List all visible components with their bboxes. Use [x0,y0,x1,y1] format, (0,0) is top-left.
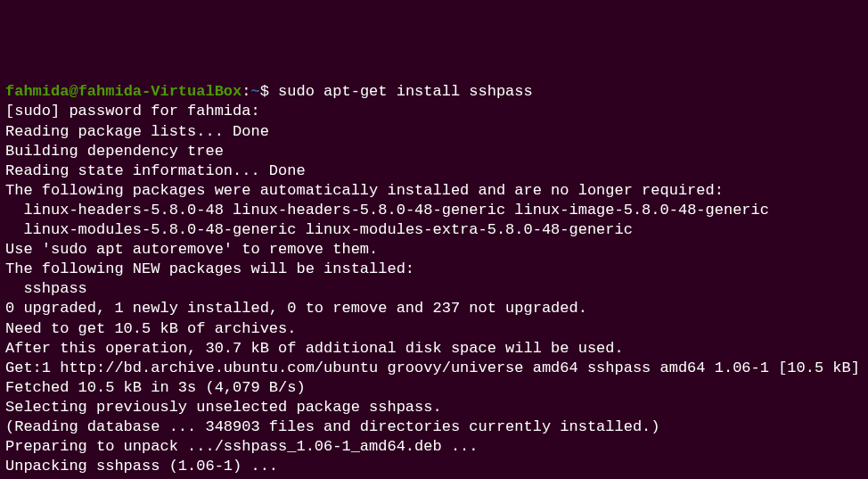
output-line: Get:1 http://bd.archive.ubuntu.com/ubunt… [5,359,863,378]
terminal[interactable]: fahmida@fahmida-VirtualBox:~$ sudo apt-g… [5,82,863,479]
output-line: Selecting previously unselected package … [5,398,863,417]
output-line: 0 upgraded, 1 newly installed, 0 to remo… [5,299,863,318]
output-line: Use 'sudo apt autoremove' to remove them… [5,240,863,260]
prompt-user: fahmida [5,83,69,100]
output-line: Preparing to unpack .../sshpass_1.06-1_a… [5,437,863,457]
output-line: Reading package lists... Done [5,122,863,142]
prompt-host: fahmida-VirtualBox [78,83,242,100]
command-text: sudo apt-get install sshpass [278,83,533,100]
output-line: Reading state information... Done [5,161,863,181]
output-line: The following NEW packages will be insta… [5,260,863,279]
prompt-line-1: fahmida@fahmida-VirtualBox:~$ sudo apt-g… [5,82,863,102]
prompt-dollar: $ [260,83,278,100]
output-line: sshpass [5,279,863,299]
prompt-path: ~ [250,83,259,100]
output-line: [sudo] password for fahmida: [5,102,863,121]
output-line: linux-modules-5.8.0-48-generic linux-mod… [5,220,863,240]
output-line: Unpacking sshpass (1.06-1) ... [5,457,863,476]
output-line: The following packages were automaticall… [5,181,863,201]
prompt-at: @ [69,83,78,100]
output-line: Building dependency tree [5,142,863,161]
output-line: (Reading database ... 348903 files and d… [5,417,863,437]
output-line: Need to get 10.5 kB of archives. [5,319,863,339]
prompt-colon: : [242,83,250,100]
output-line: Fetched 10.5 kB in 3s (4,079 B/s) [5,378,863,398]
output-line: After this operation, 30.7 kB of additio… [5,339,863,359]
output-line: linux-headers-5.8.0-48 linux-headers-5.8… [5,201,863,220]
